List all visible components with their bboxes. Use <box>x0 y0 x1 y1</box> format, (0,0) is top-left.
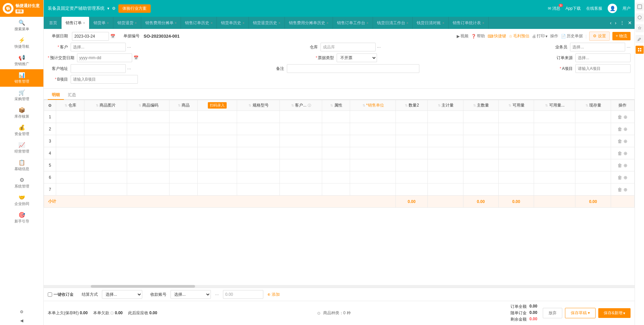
tab-prev-btn[interactable]: ‹ <box>609 20 613 26</box>
online-service-btn[interactable]: 在线客服 <box>586 6 602 11</box>
cell-12[interactable] <box>498 123 534 135</box>
warehouse-more-btn[interactable]: ··· <box>377 44 381 50</box>
calendar-icon[interactable]: 📅 <box>110 34 115 39</box>
cell-1[interactable] <box>84 147 127 159</box>
cell-14[interactable] <box>575 184 611 196</box>
cell-2[interactable] <box>127 147 169 159</box>
cell-6[interactable] <box>280 184 322 196</box>
view-link[interactable]: ▶ 视频 <box>457 33 468 39</box>
cell-5[interactable] <box>237 111 280 123</box>
sidebar-item-finance[interactable]: 💰 资金管理 <box>0 122 43 139</box>
delete-icon[interactable]: 🗑 <box>617 126 622 132</box>
staff-more-btn[interactable]: ··· <box>627 44 631 50</box>
cell-10[interactable] <box>428 135 463 147</box>
delete-icon[interactable]: 🗑 <box>617 151 622 156</box>
tab-return-history[interactable]: 销货退货历史 × <box>249 17 285 29</box>
save-new-dropdown-icon[interactable]: ▾ <box>623 311 625 316</box>
cell-6[interactable] <box>280 171 322 184</box>
tab-return[interactable]: 销货退货 × <box>113 17 141 29</box>
save-draft-dropdown-icon[interactable]: ▾ <box>588 311 590 315</box>
tab-close-return-history[interactable]: × <box>278 21 280 25</box>
col-available[interactable]: ⇅ 可用量 <box>498 100 534 111</box>
tab-summary[interactable]: 汇总 <box>64 91 80 100</box>
cell-7[interactable] <box>322 147 350 159</box>
cell-1[interactable] <box>84 171 127 184</box>
scan-input-btn[interactable]: 扫码录入 <box>208 102 227 109</box>
cell-2[interactable] <box>127 111 169 123</box>
cell-8[interactable] <box>350 111 395 123</box>
profit-preview-link[interactable]: ☆ 毛利预估 <box>509 33 529 39</box>
cell-10[interactable] <box>428 171 463 184</box>
cell-4[interactable] <box>197 135 237 147</box>
copy-row-icon[interactable]: ⊕ <box>623 151 628 156</box>
industry-btn[interactable]: 体验行业方案 <box>118 4 151 13</box>
right-panel-icon-2[interactable] <box>636 13 644 22</box>
cell-8[interactable] <box>350 135 395 147</box>
help-link[interactable]: ❓ 帮助 <box>471 33 485 39</box>
col-customer-code[interactable]: ⇅ 客户... ⓘ <box>280 100 322 111</box>
tab-close-order-workbench[interactable]: × <box>367 21 369 25</box>
cell-9[interactable] <box>395 135 428 147</box>
cell-8[interactable] <box>350 123 395 135</box>
cell-3[interactable] <box>169 184 198 196</box>
copy-row-icon[interactable]: ⊕ <box>623 126 628 132</box>
col-available-ext[interactable]: ⇅ 可用量... <box>534 100 575 111</box>
right-panel-icon-5[interactable] <box>636 46 644 54</box>
sidebar-collapse[interactable]: ◀ <box>0 316 43 325</box>
cell-3[interactable] <box>169 135 198 147</box>
account-more-btn[interactable]: ··· <box>215 292 219 297</box>
scroll-thumb[interactable] <box>91 285 195 288</box>
cell-6[interactable] <box>280 147 322 159</box>
col-product-img[interactable]: ⇅ 商品图片 <box>84 100 127 111</box>
tab-close-fee-split-history[interactable]: × <box>327 21 329 25</box>
cell-6[interactable] <box>280 159 322 171</box>
cell-3[interactable] <box>169 123 198 135</box>
sidebar-item-search[interactable]: 🔍 搜索菜单 <box>0 17 43 34</box>
cell-11[interactable] <box>463 147 498 159</box>
col-product-code[interactable]: ⇅ 商品编码 <box>127 100 169 111</box>
discard-btn[interactable]: 放弃 <box>543 308 562 318</box>
cell-2[interactable] <box>127 171 169 184</box>
user-name[interactable]: 用户 <box>622 6 631 11</box>
col-scan[interactable]: 扫码录入 <box>197 100 237 111</box>
tab-close-reconcile[interactable]: × <box>442 21 444 25</box>
sidebar-item-quicknav[interactable]: ⚡ 快捷导航 <box>0 34 43 52</box>
cell-0[interactable] <box>56 147 84 159</box>
cell-10[interactable] <box>428 111 463 123</box>
cell-4[interactable] <box>197 123 237 135</box>
tab-close-sales-order[interactable]: × <box>83 21 85 25</box>
cell-5[interactable] <box>237 171 280 184</box>
cell-1[interactable] <box>84 159 127 171</box>
cell-9[interactable] <box>395 111 428 123</box>
cell-9[interactable] <box>395 123 428 135</box>
delete-icon[interactable]: 🗑 <box>617 175 622 180</box>
col-qty2[interactable]: ⇅ 数量2 <box>395 100 428 111</box>
cell-6[interactable] <box>280 135 322 147</box>
staff-input[interactable] <box>570 43 625 51</box>
cell-9[interactable] <box>395 184 428 196</box>
cell-9[interactable] <box>395 159 428 171</box>
cell-8[interactable] <box>350 171 395 184</box>
settings-btn[interactable]: ⚙ 设置 <box>589 32 609 41</box>
col-warehouse[interactable]: ⇅ 仓库 <box>56 100 84 111</box>
right-panel-icon-1[interactable] <box>636 3 644 11</box>
tab-reconcile[interactable]: 钱货日清对账 × <box>413 17 449 29</box>
address-input[interactable] <box>71 64 126 73</box>
cell-5[interactable] <box>237 147 280 159</box>
tab-close-fee-split[interactable]: × <box>175 21 177 25</box>
cell-11[interactable] <box>463 159 498 171</box>
cell-1[interactable] <box>84 184 127 196</box>
one-key-payment-check[interactable] <box>48 292 52 297</box>
tab-fee-split[interactable]: 销售费用分摊单 × <box>141 17 181 29</box>
cell-14[interactable] <box>575 123 611 135</box>
cell-7[interactable] <box>322 184 350 196</box>
delivery-calendar-icon[interactable]: 📅 <box>134 55 139 60</box>
cell-5[interactable] <box>237 159 280 171</box>
cell-13[interactable] <box>534 147 575 159</box>
sidebar-item-inventory[interactable]: 📦 库存核算 <box>0 104 43 122</box>
col-main-qty[interactable]: ⇅ 主数量 <box>463 100 498 111</box>
tab-detail[interactable]: 明细 <box>48 91 64 100</box>
tab-close-daily-workbench[interactable]: × <box>407 21 409 25</box>
cell-13[interactable] <box>534 111 575 123</box>
cell-13[interactable] <box>534 184 575 196</box>
